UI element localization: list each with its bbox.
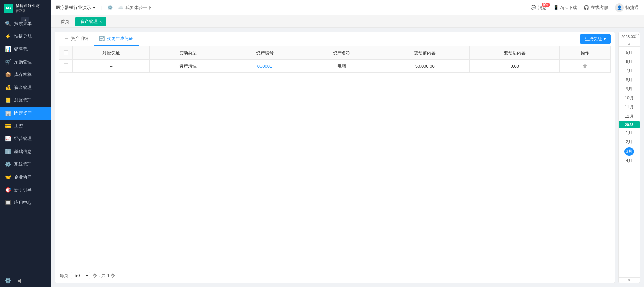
month-9[interactable]: 9月 <box>619 85 640 94</box>
quick-nav-icon: ⚡ <box>5 33 11 39</box>
checkbox-header[interactable] <box>59 46 73 60</box>
month-8[interactable]: 8月 <box>619 75 640 85</box>
table-row: -- 资产清理 000001 电脑 50,000.00 0.00 🗑 <box>59 60 611 73</box>
sidebar-item-fund[interactable]: 💰 资金管理 <box>0 81 51 94</box>
cloud-icon: ☁️ <box>118 5 123 10</box>
select-all-checkbox[interactable] <box>64 50 68 55</box>
company-dropdown-icon: ▾ <box>93 5 95 10</box>
company-name: 医疗器械行业演示 <box>56 5 91 11</box>
date-list: 5月 6月 7月 8月 9月 10月 11月 12月 2023 1月 2月 3月… <box>619 47 640 277</box>
total-count: 条，共 1 条 <box>93 273 115 279</box>
sidebar-menu: 🔍 搜索菜单 ⚡ 快捷导航 📊 销售管理 🛒 采购管理 📦 库存核算 💰 资金管… <box>0 17 51 274</box>
tab-voucher-generate[interactable]: 🔄 变更生成凭证 <box>94 32 139 46</box>
month-12[interactable]: 12月 <box>619 112 640 121</box>
month-6[interactable]: 6月 <box>619 57 640 66</box>
company-selector[interactable]: 医疗器械行业演示 ▾ <box>56 5 95 11</box>
generate-dropdown-icon: ▾ <box>604 36 606 41</box>
ledger-icon: 📒 <box>5 97 11 103</box>
fixed-assets-icon: 🏢 <box>5 110 11 116</box>
sidebar-bottom-bar: ⚙️ ◀ <box>0 274 51 287</box>
month-10[interactable]: 10月 <box>619 94 640 103</box>
sidebar-item-quick-nav[interactable]: ⚡ 快捷导航 <box>0 30 51 43</box>
tab-close-icon[interactable]: × <box>100 20 102 24</box>
settings-icon[interactable]: ⚙️ <box>107 5 113 10</box>
month-5[interactable]: 5月 <box>619 48 640 57</box>
customer-service-button[interactable]: 🎧 在线客服 <box>584 5 608 11</box>
headset-icon: 🎧 <box>584 5 589 10</box>
download-icon: 📱 <box>553 5 559 10</box>
col-change-type: 变动类型 <box>150 46 226 60</box>
main-card: ☰ 资产明细 🔄 变更生成凭证 生成凭证 ▾ <box>55 32 615 283</box>
month-2[interactable]: 2月 <box>619 137 640 147</box>
sidebar-item-system[interactable]: ⚙️ 系统管理 <box>0 158 51 171</box>
generate-voucher-button[interactable]: 生成凭证 ▾ <box>580 34 611 44</box>
basic-info-icon: ℹ️ <box>5 149 11 155</box>
operation-icon: 📈 <box>5 136 11 142</box>
sidebar-item-basic-info[interactable]: ℹ️ 基础信息 <box>0 145 51 158</box>
header-separator: | <box>101 5 102 10</box>
col-before-content: 变动前内容 <box>380 46 470 60</box>
month-11[interactable]: 11月 <box>619 103 640 112</box>
row-checkbox[interactable] <box>64 63 68 68</box>
date-down-arrow[interactable]: ▼ <box>627 278 631 282</box>
delete-icon[interactable]: 🗑 <box>583 63 587 69</box>
settings-bottom-icon[interactable]: ⚙️ <box>5 277 11 284</box>
sidebar-scroll-up-button[interactable]: ▲ <box>21 17 29 22</box>
row-checkbox-cell[interactable] <box>59 60 73 73</box>
expand-icon[interactable]: ⛶ <box>635 34 639 39</box>
tab-bar: 首页 资产管理 × <box>51 15 644 28</box>
app-download-button[interactable]: 📱 App下载 <box>553 5 577 11</box>
month-7[interactable]: 7月 <box>619 66 640 75</box>
guide-icon: 🎯 <box>5 187 11 193</box>
month-3-selected[interactable]: 3月 <box>624 147 634 156</box>
tab-home[interactable]: 首页 <box>56 17 74 26</box>
header-right-actions: 💬 消息 99+ 📱 App下载 🎧 在线客服 👤 畅捷通 <box>531 3 639 12</box>
sidebar-item-enterprise[interactable]: 🤝 企业协同 <box>0 171 51 184</box>
per-page-select[interactable]: 50 10 20 100 <box>71 272 90 279</box>
sidebar-item-app-center[interactable]: 🔲 应用中心 <box>0 196 51 209</box>
fund-icon: 💰 <box>5 85 11 91</box>
sidebar-item-fixed-assets[interactable]: 🏢 固定资产 <box>0 107 51 120</box>
month-1[interactable]: 1月 <box>619 128 640 137</box>
sidebar-item-operation[interactable]: 📈 经营管理 <box>0 132 51 145</box>
row-action[interactable]: 🗑 <box>559 60 610 73</box>
messages-button[interactable]: 💬 消息 99+ <box>531 5 547 11</box>
avatar: 👤 <box>615 3 624 12</box>
main-area: 医疗器械行业演示 ▾ | ⚙️ ☁️ 我要体验一下 💬 消息 99+ 📱 App… <box>51 0 644 287</box>
app-center-icon: 🔲 <box>5 200 11 206</box>
enterprise-icon: 🤝 <box>5 174 11 180</box>
sidebar-logo: AtA 畅捷通好业财 普及版 <box>0 0 51 17</box>
sidebar-item-purchase[interactable]: 🛒 采购管理 <box>0 56 51 68</box>
collapse-icon[interactable]: ◀ <box>17 277 21 284</box>
sidebar-item-sales[interactable]: 📊 销售管理 <box>0 43 51 56</box>
month-4[interactable]: 4月 <box>619 156 640 165</box>
col-voucher: 对应凭证 <box>73 46 150 60</box>
logo-icon: AtA <box>4 4 13 13</box>
year-2023[interactable]: 2023 <box>619 121 640 128</box>
date-up-arrow[interactable]: ▲ <box>627 42 631 46</box>
row-asset-name: 电脑 <box>303 60 380 73</box>
system-icon: ⚙️ <box>5 161 11 167</box>
sidebar-item-ledger[interactable]: 📒 总账管理 <box>0 94 51 107</box>
per-page-label: 每页 <box>60 273 68 279</box>
purchase-icon: 🛒 <box>5 59 11 65</box>
sidebar-item-inventory[interactable]: 📦 库存核算 <box>0 68 51 81</box>
sidebar-item-guide[interactable]: 🎯 新手引导 <box>0 184 51 196</box>
date-panel-header: 2023.03 ⛶ × <box>619 32 640 41</box>
col-action: 操作 <box>559 46 610 60</box>
table-wrapper: 对应凭证 变动类型 资产编号 资产名称 变动前内容 变动后内容 操作 <box>55 46 615 268</box>
voucher-icon: 🔄 <box>99 36 105 41</box>
col-after-content: 变动后内容 <box>470 46 559 60</box>
date-scroll-up-btn[interactable]: ▲ <box>619 41 640 47</box>
user-profile[interactable]: 👤 畅捷通 <box>615 3 639 12</box>
date-panel-title: 2023.03 <box>621 35 635 39</box>
sidebar-item-salary[interactable]: 💳 工资 <box>0 120 51 132</box>
row-asset-code[interactable]: 000001 <box>226 60 303 73</box>
card-tabs: ☰ 资产明细 🔄 变更生成凭证 生成凭证 ▾ <box>55 32 615 46</box>
tab-asset-detail[interactable]: ☰ 资产明细 <box>59 32 94 46</box>
date-scroll-down-btn[interactable]: ▼ <box>619 277 640 283</box>
feedback-button[interactable]: ☁️ 我要体验一下 <box>118 5 152 11</box>
asset-table: 对应凭证 变动类型 资产编号 资产名称 变动前内容 变动后内容 操作 <box>59 46 611 73</box>
tab-asset-management[interactable]: 资产管理 × <box>75 17 106 26</box>
top-header: 医疗器械行业演示 ▾ | ⚙️ ☁️ 我要体验一下 💬 消息 99+ 📱 App… <box>51 0 644 15</box>
